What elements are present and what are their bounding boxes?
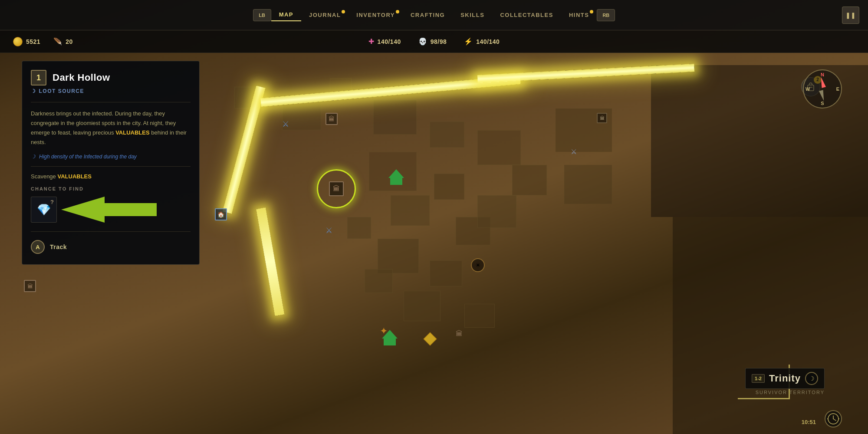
location-building-icon: 🏛 bbox=[333, 185, 340, 193]
lb-button[interactable]: LB bbox=[253, 9, 271, 21]
diamond-icon: 💎 bbox=[37, 203, 51, 217]
compass-circle: N S W E bbox=[803, 69, 842, 108]
tab-journal[interactable]: JOURNAL bbox=[301, 9, 349, 21]
location-area-badge: 1-2 Trinity ☽ bbox=[745, 368, 825, 389]
map-icon-combat-3[interactable]: ⚔ bbox=[571, 148, 577, 156]
tab-crafting[interactable]: CRAFTING bbox=[403, 9, 453, 21]
panel-divider-2 bbox=[31, 166, 191, 167]
question-mark: ? bbox=[50, 199, 54, 205]
panel-header: 1 Dark Hollow bbox=[31, 70, 191, 85]
map-icon-building-1[interactable]: 🏛 bbox=[597, 113, 607, 123]
track-btn-badge: A bbox=[31, 240, 45, 254]
coin-icon bbox=[13, 37, 23, 46]
time-display: 10:51 bbox=[802, 419, 816, 425]
map-icon-green-house-1[interactable] bbox=[388, 169, 404, 185]
panel-scavenge: Scavenge VALUABLES bbox=[31, 173, 191, 180]
inventory-dot bbox=[396, 10, 399, 13]
scavenge-value: VALUABLES bbox=[57, 173, 91, 180]
level-badge: 1 bbox=[31, 70, 46, 85]
status-center: ✚ 140/140 💀 98/98 ⚡ 140/140 bbox=[368, 37, 500, 46]
health-group: ✚ 140/140 bbox=[368, 37, 401, 46]
stamina-group: ⚡ 140/140 bbox=[464, 37, 500, 46]
highlighted-map-location[interactable]: 🏛 bbox=[317, 169, 356, 208]
nav-tabs: LB MAP JOURNAL INVENTORY CRAFTING SKILLS… bbox=[253, 9, 615, 21]
journal-dot bbox=[342, 10, 345, 13]
map-icon-shelter-1[interactable]: 🏠 bbox=[215, 208, 227, 220]
chance-header: CHANCE TO FIND bbox=[31, 186, 191, 191]
info-panel: 1 Dark Hollow ☽ LOOT SOURCE Darkness bri… bbox=[22, 61, 200, 265]
map-icon-diamond[interactable] bbox=[425, 334, 435, 344]
location-type: SURVIVOR TERRITORY bbox=[745, 390, 825, 395]
status-bar: 5521 🪶 20 ✚ 140/140 💀 98/98 ⚡ 140/140 2 bbox=[0, 30, 868, 53]
location-badge: 1-2 Trinity ☽ SURVIVOR TERRITORY bbox=[745, 368, 825, 395]
map-icon-combat-2[interactable]: ⚔ bbox=[326, 226, 332, 235]
lightning-icon: ⚡ bbox=[464, 37, 473, 46]
armor-value: 98/98 bbox=[431, 38, 447, 45]
hints-dot bbox=[590, 10, 593, 13]
location-text: Trinity bbox=[769, 373, 801, 384]
territory-clock-icon: ☽ bbox=[805, 372, 818, 385]
map-icon-sun[interactable]: ☀ bbox=[471, 258, 485, 272]
panel-description: Darkness brings out the infected. During… bbox=[31, 109, 191, 147]
panel-title: Dark Hollow bbox=[53, 72, 110, 83]
warning-moon-icon: ☽ bbox=[31, 154, 36, 160]
panel-warning: ☽ High density of the Infected during th… bbox=[31, 154, 191, 160]
compass-west: W bbox=[806, 86, 810, 92]
armor-group: 💀 98/98 bbox=[418, 37, 447, 46]
crafting-value: 20 bbox=[66, 38, 73, 45]
compass-east: E bbox=[836, 86, 839, 92]
health-icon: ✚ bbox=[368, 37, 374, 46]
crafting-group: 🪶 20 bbox=[53, 37, 73, 46]
compass-needle-south bbox=[819, 90, 826, 102]
compass: N S W E bbox=[803, 69, 842, 108]
panel-divider bbox=[31, 102, 191, 102]
moon-icon: ☽ bbox=[31, 88, 36, 94]
map-icon-loot-1[interactable]: 🏛 bbox=[326, 113, 338, 125]
panel-subtitle: ☽ LOOT SOURCE bbox=[31, 88, 191, 94]
map-location-icon: 🏛 bbox=[329, 181, 344, 196]
crafting-icon: 🪶 bbox=[53, 37, 62, 46]
green-arrow-indicator bbox=[61, 197, 157, 223]
health-value: 140/140 bbox=[378, 38, 401, 45]
top-navigation: LB MAP JOURNAL INVENTORY CRAFTING SKILLS… bbox=[0, 0, 868, 30]
coins-value: 5521 bbox=[26, 38, 40, 45]
location-name: Trinity bbox=[769, 373, 801, 384]
tab-hints[interactable]: HINTS bbox=[561, 9, 597, 21]
stamina-value: 140/140 bbox=[476, 38, 500, 45]
rb-button[interactable]: RB bbox=[597, 9, 615, 21]
svg-marker-2 bbox=[61, 197, 157, 223]
track-button[interactable]: A Track bbox=[31, 238, 191, 256]
skull-icon: 💀 bbox=[418, 37, 427, 46]
track-label: Track bbox=[50, 243, 67, 250]
tab-collectables[interactable]: COLLECTABLES bbox=[492, 9, 561, 21]
map-icon-windmill[interactable]: ✦ bbox=[380, 326, 388, 337]
clock-icon bbox=[825, 410, 842, 427]
panel-divider-3 bbox=[31, 231, 191, 232]
map-icon-loot-2[interactable]: 🏛 bbox=[24, 280, 36, 292]
svg-line-5 bbox=[833, 419, 836, 421]
tab-skills[interactable]: SKILLS bbox=[453, 9, 492, 21]
chance-item-diamond: 💎 ? bbox=[31, 197, 57, 223]
pause-button[interactable]: ❚❚ bbox=[842, 7, 859, 24]
tab-inventory[interactable]: INVENTORY bbox=[349, 9, 403, 21]
chance-items: 💎 ? bbox=[31, 197, 191, 223]
coins-group: 5521 bbox=[13, 37, 40, 46]
compass-needle-north bbox=[819, 76, 826, 88]
map-icon-combat-1[interactable]: ⚔ bbox=[282, 119, 289, 129]
area-number: 1-2 bbox=[752, 374, 765, 383]
map-icon-building-2[interactable]: 🏛 bbox=[456, 330, 463, 338]
tab-map[interactable]: MAP bbox=[271, 9, 301, 21]
valuables-highlight: VALUABLES bbox=[115, 129, 149, 136]
